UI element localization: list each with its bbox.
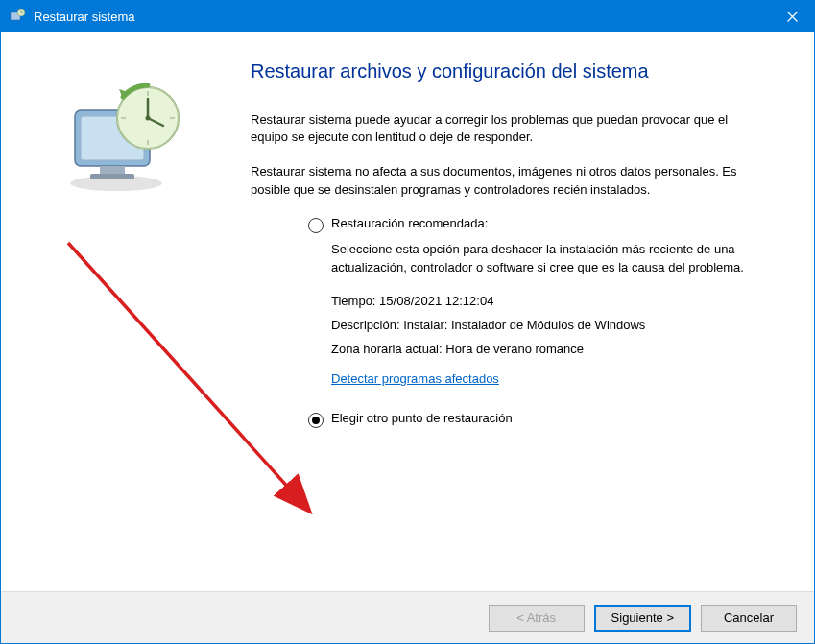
app-icon [9, 8, 26, 25]
svg-rect-6 [100, 166, 125, 174]
recommended-radio-label: Restauración recomendada: [331, 216, 488, 230]
choose-other-radio[interactable] [308, 413, 324, 428]
cancel-button[interactable]: Cancelar [701, 605, 797, 632]
recommended-restore-option[interactable]: Restauración recomendada: [308, 216, 766, 233]
back-button: < Atrás [489, 605, 585, 632]
button-bar: < Atrás Siguiente > Cancelar [1, 591, 814, 643]
recommended-radio[interactable] [308, 218, 324, 233]
titlebar: Restaurar sistema [1, 1, 814, 32]
svg-point-16 [146, 116, 151, 121]
restore-options: Restauración recomendada: Seleccione est… [308, 216, 766, 429]
restore-timezone: Zona horaria actual: Hora de verano roma… [331, 342, 766, 356]
detect-affected-programs-link[interactable]: Detectar programas afectados [331, 371, 499, 386]
sidebar [1, 32, 251, 591]
window-title: Restaurar sistema [34, 10, 770, 24]
next-button[interactable]: Siguiente > [594, 605, 691, 632]
intro-paragraph-1: Restaurar sistema puede ayudar a corregi… [251, 111, 766, 146]
system-restore-icon [63, 80, 188, 198]
content-area: Restaurar archivos y configuración del s… [1, 32, 814, 591]
recommended-detail: Seleccione esta opción para deshacer la … [331, 241, 766, 277]
restore-description: Descripción: Instalar: Instalador de Mód… [331, 318, 766, 332]
intro-paragraph-2: Restaurar sistema no afecta a sus docume… [251, 163, 766, 198]
close-button[interactable] [770, 1, 814, 32]
choose-other-radio-label: Elegir otro punto de restauración [331, 411, 513, 425]
page-heading: Restaurar archivos y configuración del s… [251, 60, 766, 83]
choose-other-restore-option[interactable]: Elegir otro punto de restauración [308, 411, 766, 428]
restore-time: Tiempo: 15/08/2021 12:12:04 [331, 294, 766, 308]
main-panel: Restaurar archivos y configuración del s… [251, 32, 814, 591]
svg-rect-7 [90, 174, 134, 179]
